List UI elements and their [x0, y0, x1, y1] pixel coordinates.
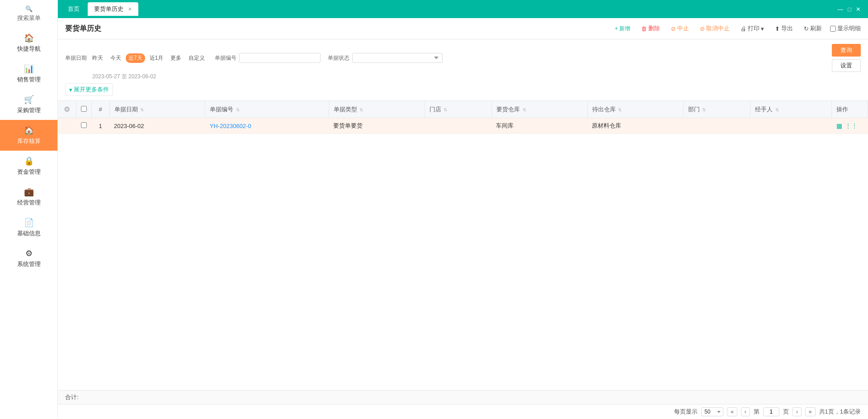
- row-store: [425, 118, 491, 134]
- row-checkbox[interactable]: [81, 122, 87, 128]
- settings-button[interactable]: 设置: [832, 59, 861, 72]
- delete-icon: 🗑: [641, 25, 647, 32]
- filter-actions: 查询 设置: [832, 44, 861, 72]
- sidebar-item-basic-info[interactable]: 📄 基础信息: [0, 212, 57, 243]
- table-row: 1 2023-06-02 YH-20230602-0 要货单要货 车间库 原材料…: [58, 118, 868, 134]
- date-btn-more[interactable]: 更多: [168, 53, 184, 63]
- orders-table: ⚙ # 单据日期 ⇅ 单据编号 ⇅ 单据类型 ⇅ 门店 ⇅ 要货仓库 ⇅ 待出仓…: [58, 101, 868, 134]
- col-pending-warehouse: 待出仓库 ⇅: [587, 101, 683, 118]
- status-filter-group: 单据状态: [328, 53, 443, 63]
- display-fine-checkbox[interactable]: [830, 26, 836, 32]
- col-gear-icon[interactable]: ⚙: [64, 105, 70, 113]
- content-area: 要货单历史 + 新增 🗑 删除 ⊘ 中止 ⊘ 取消中止 🖨 打印: [58, 18, 868, 419]
- summary-label: 合计:: [65, 393, 79, 401]
- sidebar-item-inventory[interactable]: 🏠 库存核算: [0, 120, 57, 151]
- col-date: 单据日期 ⇅: [109, 101, 205, 118]
- search-icon: 🔍: [25, 5, 33, 12]
- gear-icon: ⚙: [25, 248, 33, 258]
- last-page-button[interactable]: »: [805, 407, 816, 416]
- tab-home[interactable]: 首页: [61, 2, 86, 16]
- sidebar-item-quick-nav[interactable]: 🏠 快捷导航: [0, 28, 57, 58]
- row-date: 2023-06-02: [109, 118, 205, 134]
- date-btn-yesterday[interactable]: 昨天: [90, 53, 106, 63]
- chevron-down-icon: ▾: [69, 86, 72, 93]
- stop-icon: ⊘: [671, 25, 676, 32]
- row-more-icon[interactable]: ⋮⋮: [845, 122, 858, 129]
- row-type: 要货单要货: [329, 118, 425, 134]
- date-btn-today[interactable]: 今天: [108, 53, 124, 63]
- query-button[interactable]: 查询: [832, 44, 861, 57]
- close-window-icon[interactable]: ✕: [856, 6, 861, 13]
- date-range-display: 2023-05-27 至 2023-06-02: [92, 73, 861, 81]
- page-number-input[interactable]: [763, 407, 779, 416]
- tab-order-history[interactable]: 要货单历史 ✕: [88, 2, 138, 16]
- delete-button[interactable]: 🗑 删除: [638, 23, 663, 34]
- order-no-link[interactable]: YH-20230602-0: [210, 123, 251, 129]
- print-dropdown-icon: ▾: [761, 25, 764, 32]
- col-settings: ⚙: [58, 101, 76, 118]
- filter-bar: 单据日期 昨天 今天 近7天 近1月 更多 自定义 单据编号: [58, 39, 868, 101]
- cancel-stop-button[interactable]: ⊘ 取消中止: [697, 23, 732, 34]
- display-fine-button[interactable]: 显示明细: [830, 24, 861, 33]
- table-footer: 合计:: [58, 390, 868, 404]
- date-btn-1month[interactable]: 近1月: [147, 53, 166, 63]
- total-records-label: 共1页，1条记录: [819, 408, 861, 416]
- table-body: 1 2023-06-02 YH-20230602-0 要货单要货 车间库 原材料…: [58, 118, 868, 134]
- sidebar-item-sales-mgmt[interactable]: 📊 销售管理: [0, 58, 57, 89]
- minimize-icon[interactable]: —: [837, 6, 843, 13]
- sidebar-item-search-menu[interactable]: 🔍 搜索菜单: [0, 0, 57, 28]
- status-label: 单据状态: [328, 54, 349, 62]
- sidebar: 🔍 搜索菜单 🏠 快捷导航 📊 销售管理 🛒 采购管理 🏠 库存核算 🔒 资金管…: [0, 0, 58, 419]
- print-button[interactable]: 🖨 打印 ▾: [738, 23, 767, 34]
- col-handler: 经手人 ⇅: [750, 101, 831, 118]
- date-btn-7days[interactable]: 近7天: [126, 53, 145, 63]
- col-store: 门店 ⇅: [425, 101, 491, 118]
- col-department: 部门 ⇅: [683, 101, 750, 118]
- sidebar-item-system-mgmt[interactable]: ⚙ 系统管理: [0, 243, 57, 274]
- col-num: #: [91, 101, 109, 118]
- col-operation: 操作: [832, 101, 868, 118]
- row-order-no: YH-20230602-0: [205, 118, 329, 134]
- row-pending-warehouse: 原材料仓库: [587, 118, 683, 134]
- row-edit-icon[interactable]: ▦: [836, 122, 842, 129]
- date-filter-label: 单据日期: [65, 54, 87, 62]
- row-department: [683, 118, 750, 134]
- row-checkbox-cell: [76, 118, 91, 134]
- filter-row-main: 单据日期 昨天 今天 近7天 近1月 更多 自定义 单据编号: [65, 44, 861, 72]
- sidebar-item-operation-mgmt[interactable]: 💼 经营管理: [0, 181, 57, 212]
- row-actions: ▦ ⋮⋮: [832, 118, 868, 134]
- main-area: 首页 要货单历史 ✕ — □ ✕ 要货单历史 + 新增 🗑 删除 ⊘: [58, 0, 868, 419]
- maximize-icon[interactable]: □: [848, 6, 851, 13]
- export-button[interactable]: ⬆ 导出: [772, 23, 796, 34]
- order-no-input[interactable]: [239, 53, 321, 63]
- refresh-icon: ↻: [804, 25, 809, 32]
- order-no-filter-group: 单据编号: [215, 53, 321, 63]
- expand-more-button[interactable]: ▾ 展开更多条件: [65, 83, 113, 96]
- tab-bar: 首页 要货单历史 ✕ — □ ✕: [58, 0, 868, 18]
- page-size-select[interactable]: 10 20 50 100: [701, 407, 723, 416]
- select-all-checkbox[interactable]: [81, 106, 87, 112]
- refresh-button[interactable]: ↻ 刷新: [801, 23, 825, 34]
- prev-page-button[interactable]: ‹: [741, 407, 750, 416]
- status-select[interactable]: [352, 53, 443, 63]
- cart-icon: 🛒: [24, 95, 34, 105]
- home-icon: 🏠: [24, 33, 34, 43]
- order-no-label: 单据编号: [215, 54, 236, 62]
- page-go-label: 第: [754, 408, 760, 416]
- date-btn-custom[interactable]: 自定义: [186, 53, 208, 63]
- col-checkbox: [76, 101, 91, 118]
- date-buttons: 昨天 今天 近7天 近1月 更多 自定义: [90, 53, 208, 63]
- sidebar-item-finance-mgmt[interactable]: 🔒 资金管理: [0, 151, 57, 181]
- stop-button[interactable]: ⊘ 中止: [668, 23, 692, 34]
- tab-close-icon[interactable]: ✕: [128, 6, 132, 12]
- row-settings: [58, 118, 76, 134]
- doc-icon: 📄: [24, 218, 34, 228]
- col-order-no: 单据编号 ⇅: [205, 101, 329, 118]
- page-size-label: 每页显示: [674, 408, 698, 416]
- next-page-button[interactable]: ›: [793, 407, 802, 416]
- row-req-warehouse: 车间库: [491, 118, 587, 134]
- col-req-warehouse: 要货仓库 ⇅: [491, 101, 587, 118]
- new-button[interactable]: + 新增: [612, 23, 633, 34]
- sidebar-item-purchase-mgmt[interactable]: 🛒 采购管理: [0, 89, 57, 120]
- first-page-button[interactable]: «: [727, 407, 737, 416]
